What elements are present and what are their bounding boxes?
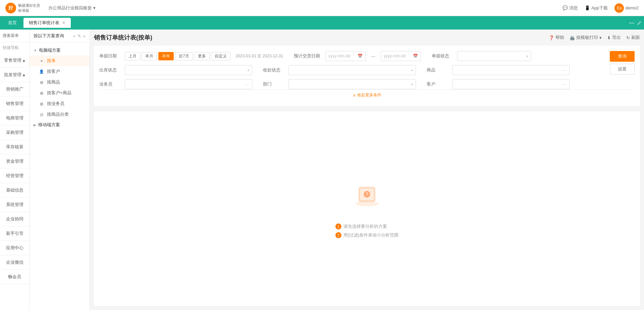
scheme-group-mobile-header[interactable]: ▶ 移动端方案 [30, 120, 90, 130]
date-btn-last-month[interactable]: 上月 [125, 52, 140, 60]
date-btn-this-year[interactable]: 本年 [158, 52, 174, 60]
tab-close-icon[interactable]: ✕ [62, 20, 65, 25]
edit-scheme-btn[interactable]: ✎ [77, 34, 81, 39]
scheme-item-by-customer[interactable]: 👤 按客户 [30, 66, 90, 77]
scheme-item-by-customer-goods[interactable]: ▦ 按客户+商品 [30, 88, 90, 98]
chevron-right-icon: ▶ [34, 123, 36, 127]
sidebar: 搜索菜单 快捷导航 零售管理 ▴ 批发管理 ▴ 营销推广 销售管理 电商管理 采… [0, 30, 30, 310]
search-menu[interactable]: 搜索菜单 [0, 30, 29, 42]
empty-state: ? 1 请先选择要分析的方案 2 用[过滤]条件来缩小分析范围 [94, 111, 640, 306]
sidebar-item-member[interactable]: 畅会员 [0, 270, 29, 284]
page-title-bar: 销售订单统计表(按单) ❓ 帮助 🖨️ 按模板打印 ▾ ⬇ 导出 [94, 34, 640, 42]
scheme-item-by-category[interactable]: ▤ 按商品分类 [30, 109, 90, 120]
sidebar-item-wechat[interactable]: 企业微信 [0, 255, 29, 270]
select-arrow-icon-2: ▾ [248, 68, 249, 72]
minimize-icon[interactable]: — [629, 20, 634, 26]
customer-icon: 👤 [39, 69, 44, 74]
filter-row-3: 业务员 ··· 部门 ▾ 客户 [99, 79, 603, 89]
doc-status-select[interactable]: ▾ [457, 51, 531, 61]
delivery-date-to[interactable]: yyyy-mm-dd 📅 [381, 51, 421, 61]
page-actions: ❓ 帮助 🖨️ 按模板打印 ▾ ⬇ 导出 ↻ 刷新 [549, 35, 640, 41]
industry-select[interactable]: 办公用品行业模拟账套 ▾ [48, 5, 96, 11]
btn-group: 查询 设置 [610, 51, 635, 74]
delivery-date-from[interactable]: yyyy-mm-dd 📅 [325, 51, 366, 61]
scheme-item-by-order[interactable]: ● 按单 [30, 55, 90, 66]
select-arrow-icon-4: ▾ [411, 83, 413, 86]
sidebar-item-retail[interactable]: 零售管理 ▴ [0, 53, 29, 68]
refresh-btn[interactable]: ↻ 刷新 [626, 35, 640, 41]
tab-home[interactable]: 首页 [3, 18, 22, 28]
query-button[interactable]: 查询 [610, 51, 635, 62]
add-scheme-btn[interactable]: + [73, 34, 75, 39]
bar-chart-icon: ▦ [39, 101, 44, 106]
collapse-bar[interactable]: ∧ 收起更多条件 [99, 89, 635, 101]
help-btn[interactable]: ❓ 帮助 [549, 35, 564, 41]
date-btn-7days[interactable]: 近7天 [175, 52, 193, 60]
print-arrow-icon: ▾ [599, 35, 602, 40]
scheme-panel: 按以下方案查询 + ✎ « ▼ 电脑端方案 ● 按单 [30, 30, 90, 310]
scheme-tree: ▼ 电脑端方案 ● 按单 👤 按客户 ▦ 按商品 [30, 43, 90, 133]
sidebar-item-wholesale[interactable]: 批发管理 ▴ [0, 68, 29, 82]
date-btn-more[interactable]: 更多 [194, 52, 210, 60]
tip-1: 1 请先选择要分析的方案 [335, 223, 398, 229]
date-btns: 上月 本月 本年 近7天 更多 自定义 [125, 52, 230, 60]
calendar-icon-2: 📅 [413, 54, 418, 58]
page-title: 销售订单统计表(按单) [94, 34, 152, 42]
filter-row-2: 出库状态 ▾ 收款状态 ▾ 商品 [99, 65, 603, 75]
print-icon: 🖨️ [570, 35, 575, 40]
sidebar-item-operations[interactable]: 经营管理 [0, 169, 29, 183]
settings-button[interactable]: 设置 [610, 64, 635, 74]
collapse-label: 收起更多条件 [357, 92, 381, 98]
phone-icon: 📱 [585, 5, 590, 10]
date-input-group: 2023-01-01 至 2023-12-31 [236, 53, 283, 59]
tab-sales-stats[interactable]: 销售订单统计表 ✕ [23, 18, 71, 28]
tip-2: 2 用[过滤]条件来缩小分析范围 [335, 232, 398, 238]
user-avatar[interactable]: Ea demo2 [614, 3, 639, 13]
circle-icon: ● [39, 58, 44, 63]
sidebar-item-sales[interactable]: 销售管理 [0, 97, 29, 111]
filter-area: 单据日期 上月 本月 本年 近7天 更多 自定义 2023-01-01 至 20… [94, 46, 640, 106]
top-bar-left: 好 畅捷通好生意 标准版 办公用品行业模拟账套 ▾ [5, 3, 96, 13]
help-icon: ❓ [549, 35, 554, 40]
date-separator: — [371, 54, 375, 59]
scheme-item-by-salesman[interactable]: ▦ 按业务员 [30, 98, 90, 109]
collection-status-select[interactable]: ▾ [288, 65, 416, 75]
sidebar-item-purchase[interactable]: 采购管理 [0, 125, 29, 140]
app-download-btn[interactable]: 📱 App下载 [585, 5, 608, 11]
logo-text: 畅捷通好生意 标准版 [18, 3, 40, 13]
date-btn-custom[interactable]: 自定义 [211, 52, 230, 60]
salesman-select[interactable]: ··· [125, 79, 252, 89]
scheme-group-desktop-header[interactable]: ▼ 电脑端方案 [30, 45, 90, 55]
outbound-label: 出库状态 [99, 67, 119, 73]
sidebar-item-system[interactable]: 系统管理 [0, 198, 29, 212]
export-icon: ⬇ [607, 35, 611, 40]
sidebar-item-basic[interactable]: 基础信息 [0, 183, 29, 198]
main-content: 销售订单统计表(按单) ❓ 帮助 🖨️ 按模板打印 ▾ ⬇ 导出 [90, 30, 644, 310]
salesman-label: 业务员 [99, 81, 119, 87]
department-select[interactable]: ▾ [288, 79, 416, 89]
maximize-icon[interactable]: ⤢ [637, 20, 641, 26]
sidebar-item-finance[interactable]: 资金管理 [0, 154, 29, 169]
export-btn[interactable]: ⬇ 导出 [607, 35, 621, 41]
scheme-panel-header: 按以下方案查询 + ✎ « [30, 30, 90, 43]
refresh-icon: ↻ [626, 35, 630, 40]
scheme-item-by-goods[interactable]: ▦ 按商品 [30, 77, 90, 88]
outbound-status-select[interactable]: ▾ [125, 65, 252, 75]
collapse-scheme-btn[interactable]: « [83, 34, 86, 39]
department-label: 部门 [263, 81, 283, 87]
customer-label: 客户 [427, 81, 447, 87]
sidebar-item-ecommerce[interactable]: 电商管理 [0, 111, 29, 125]
goods-icon: ▦ [39, 80, 44, 85]
message-btn[interactable]: 💬 消息 [562, 5, 578, 11]
sidebar-item-marketing[interactable]: 营销推广 [0, 82, 29, 97]
sidebar-item-guide[interactable]: 新手引导 [0, 226, 29, 241]
goods-select[interactable]: ··· [452, 65, 570, 75]
content-area: 按以下方案查询 + ✎ « ▼ 电脑端方案 ● 按单 [30, 30, 644, 310]
quick-nav[interactable]: 快捷导航 [0, 42, 29, 53]
date-btn-this-month[interactable]: 本月 [142, 52, 157, 60]
sidebar-item-inventory[interactable]: 库存核算 [0, 140, 29, 154]
customer-select[interactable]: ··· [452, 79, 570, 89]
print-btn[interactable]: 🖨️ 按模板打印 ▾ [570, 35, 602, 41]
sidebar-item-appstore[interactable]: 应用中心 [0, 241, 29, 255]
sidebar-item-enterprise[interactable]: 企业协同 [0, 212, 29, 226]
